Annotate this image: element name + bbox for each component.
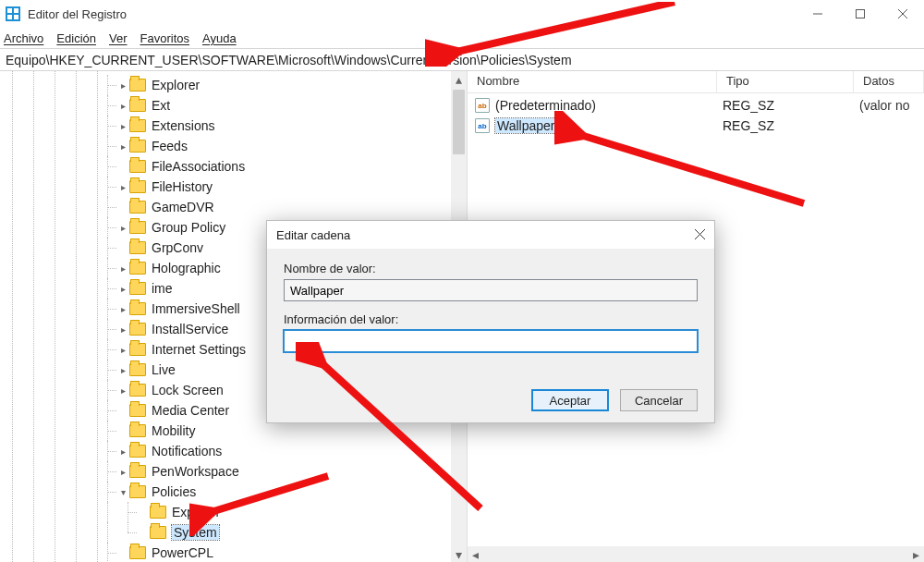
reg-string-icon: ab [475,118,490,133]
folder-icon [129,343,146,356]
tree-node[interactable]: ▸GameDVR [100,197,451,217]
svg-rect-1 [7,8,12,13]
scroll-right-icon[interactable]: ▸ [908,547,924,562]
tree-label: ime [152,281,173,296]
folder-icon [150,526,166,539]
tree-node-child[interactable]: ▸Explorer [100,502,451,522]
tree-label: Feeds [152,139,188,153]
menu-archivo[interactable]: Archivo [4,31,43,45]
value-name-label: Nombre de valor: [284,262,698,275]
tree-label: Group Policy [152,220,225,235]
dialog-close-icon[interactable] [695,228,705,242]
value-row[interactable]: abWallpaperREG_SZ [468,116,924,136]
folder-icon [129,79,146,92]
minimize-button[interactable] [796,0,839,28]
svg-rect-3 [7,15,12,19]
folder-icon [129,241,146,254]
tree-guides [0,71,100,562]
svg-rect-2 [14,8,18,13]
tree-label: PenWorkspace [152,464,239,479]
tree-label: Internet Settings [152,342,246,357]
menu-ayuda[interactable]: Ayuda [202,31,237,45]
tree-node[interactable]: ▾Policies [100,482,451,502]
folder-icon [129,262,146,275]
value-data-input[interactable] [284,330,698,352]
tree-node[interactable]: ▸Mobility [100,421,451,441]
folder-icon [129,160,146,173]
folder-icon [129,384,146,397]
tree-node[interactable]: ▸Notifications [100,441,451,461]
tree-label: System [172,525,219,540]
value-name-input[interactable] [284,279,698,301]
address-path: Equipo\HKEY_CURRENT_USER\SOFTWARE\Micros… [6,53,572,67]
tree-label: Lock Screen [152,383,224,397]
scroll-down-icon[interactable]: ▾ [451,546,467,562]
tree-label: GameDVR [152,200,214,214]
tree-label: GrpConv [152,240,203,255]
svg-rect-4 [14,15,18,19]
address-bar[interactable]: Equipo\HKEY_CURRENT_USER\SOFTWARE\Micros… [0,48,924,71]
folder-icon [129,404,146,417]
tree-node[interactable]: ▸PenWorkspace [100,461,451,482]
col-data[interactable]: Datos [854,71,924,92]
close-button[interactable] [881,0,924,28]
tree-label: Holographic [152,261,221,275]
tree-label: PowerCPL [152,545,213,560]
menu-bar: Archivo Edición Ver Favoritos Ayuda [0,28,924,48]
maximize-button[interactable] [839,0,881,28]
folder-icon [129,119,146,132]
tree-label: Live [152,362,176,377]
value-type: REG_SZ [717,118,854,133]
folder-icon [129,99,146,112]
title-bar: Editor del Registro [0,0,924,28]
dialog-titlebar: Editar cadena [267,221,714,249]
tree-label: Ext [152,98,170,113]
tree-node[interactable]: ▸PowerCPL [100,543,451,562]
value-data-label: Información del valor: [284,312,698,326]
cancel-button[interactable]: Cancelar [620,389,698,411]
value-row[interactable]: ab(Predeterminado)REG_SZ(valor no [468,95,924,116]
svg-rect-6 [857,10,865,18]
tree-node[interactable]: ▸Explorer [100,75,451,95]
tree-label: Explorer [152,78,200,92]
regedit-app-icon [6,6,20,21]
menu-edicion[interactable]: Edición [56,31,96,45]
value-name: (Predeterminado) [495,98,596,113]
tree-label: Extensions [152,118,214,133]
folder-icon [129,180,146,193]
dialog-title: Editar cadena [276,228,695,242]
scroll-left-icon[interactable]: ◂ [468,547,483,562]
menu-favoritos[interactable]: Favoritos [140,31,189,45]
folder-icon [129,302,146,315]
tree-label: Notifications [152,444,222,458]
tree-node[interactable]: ▸FileAssociations [100,156,451,177]
col-type[interactable]: Tipo [717,71,854,92]
folder-icon [150,506,166,519]
tree-label: InstallService [152,322,228,336]
tree-node[interactable]: ▸FileHistory [100,177,451,197]
edit-string-dialog: Editar cadena Nombre de valor: Informaci… [266,220,715,423]
menu-ver[interactable]: Ver [109,31,128,45]
tree-label: Policies [152,484,196,499]
folder-icon [129,201,146,214]
reg-string-icon: ab [475,98,490,113]
accept-button[interactable]: Aceptar [531,389,609,411]
folder-icon [129,323,146,336]
folder-icon [129,424,146,437]
col-name[interactable]: Nombre [468,71,717,92]
tree-label: Mobility [152,423,195,438]
scroll-up-icon[interactable]: ▴ [451,71,467,87]
tree-node[interactable]: ▸Ext [100,95,451,116]
folder-icon [129,282,146,295]
value-data: (valor no [854,98,924,113]
tree-node[interactable]: ▸Feeds [100,136,451,156]
folder-icon [129,465,146,478]
tree-label: FileAssociations [152,159,245,174]
scroll-thumb[interactable] [453,90,465,154]
tree-node-child[interactable]: ▸System [100,522,451,543]
window-controls [796,0,924,28]
values-scrollbar[interactable]: ◂ ▸ [468,546,924,562]
tree-node[interactable]: ▸Extensions [100,116,451,136]
tree-label: Explorer [172,505,220,519]
value-type: REG_SZ [717,98,854,113]
